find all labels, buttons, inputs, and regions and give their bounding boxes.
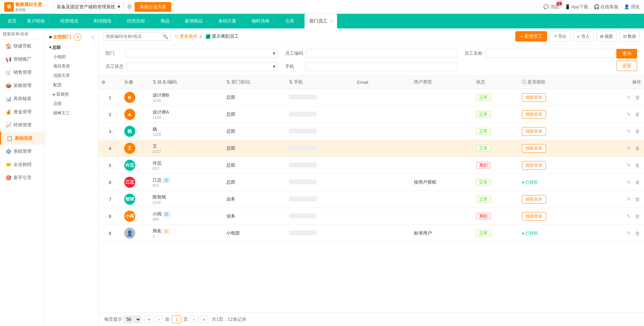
edit-btn[interactable]: ✎ (625, 111, 632, 118)
prev-page-btn[interactable]: ‹ (155, 316, 163, 323)
tab-bom[interactable]: 物料清单 × (247, 14, 279, 28)
dept-node-zhishu[interactable]: 植树王三 (46, 108, 97, 118)
th-phone[interactable]: ⇅ 手机 (286, 76, 354, 89)
sidebar-search-input[interactable] (3, 32, 45, 36)
sidebar-item-basic[interactable]: 📋 基础信息 (0, 132, 45, 145)
delete-btn[interactable]: 🗑 (634, 162, 641, 169)
dept-node-xiaodianbu[interactable]: 小电部 (46, 52, 97, 62)
cell-phone (286, 174, 354, 191)
dept-collapse-btn[interactable]: ◁ (91, 35, 94, 39)
first-page-btn[interactable]: « (145, 316, 153, 323)
delete-btn[interactable]: 🗑 (634, 128, 641, 135)
sidebar-item-operation[interactable]: 📈 经营管理 (0, 118, 45, 132)
online-service[interactable]: 🎧 在线客服 (594, 4, 619, 10)
dept-add-btn[interactable]: ✎ (74, 33, 81, 41)
message-icon[interactable]: 💬 消息 6 (543, 4, 559, 10)
show-resigned-checkbox[interactable]: 显示离职员工 (206, 33, 239, 39)
tab-operation[interactable]: 经营情况 × (55, 14, 88, 28)
dept-node-shuangzuoxiang[interactable]: ▸ 双座想 (46, 90, 97, 99)
dept-filter-select[interactable]: ▾ (126, 49, 278, 58)
auth-btn[interactable]: 授权登录 (522, 195, 546, 204)
sidebar-item-finance[interactable]: 💰 资金管理 (0, 105, 45, 118)
view-btn[interactable]: ⊞ 视图 (596, 32, 617, 42)
empcode-filter-input[interactable] (306, 49, 458, 58)
query-btn[interactable]: 查询 (616, 49, 637, 59)
tab-add-goods[interactable]: 新增商品 × (180, 14, 212, 28)
th-setting[interactable]: ⚙ (99, 76, 121, 89)
th-dept[interactable]: ⇅ 部门/职位 (224, 76, 286, 89)
next-page-btn[interactable]: › (190, 316, 198, 323)
system-title-select[interactable]: 装备及固定资产辅助管理系统 ▼ (54, 3, 124, 11)
settings-icon[interactable]: ⚙ (127, 3, 132, 10)
reset-btn[interactable]: 设置 (616, 61, 637, 71)
tab-home[interactable]: 首页 (3, 14, 21, 28)
empname-filter-input[interactable] (485, 49, 637, 58)
edit-btn[interactable]: ✎ (625, 196, 632, 203)
tab-goods[interactable]: 商品 × (156, 14, 179, 28)
auth-btn[interactable]: 授权登录 (522, 161, 546, 170)
delete-btn[interactable]: 🗑 (634, 196, 641, 203)
app-download[interactable]: 📱 App下载 (565, 4, 588, 10)
sidebar-item-guide[interactable]: 🎯 新手引导 (0, 171, 45, 184)
sidebar-search[interactable]: 🔍 (0, 28, 45, 39)
dept-node-zongbu[interactable]: ▾ 总部 (46, 43, 97, 52)
delete-btn[interactable]: 🗑 (634, 230, 641, 237)
all-dept-label[interactable]: ■ 全部部门 (49, 34, 71, 40)
edit-btn[interactable]: ✎ (625, 94, 632, 101)
cell-status: 正常 (473, 106, 519, 123)
add-employee-btn[interactable]: + 新增员工 (515, 31, 547, 42)
import-btn[interactable]: ↙ 导入 (573, 32, 593, 42)
tab-profit[interactable]: 利润报告 × (89, 14, 121, 28)
edit-btn[interactable]: ✎ (625, 145, 632, 152)
sidebar-item-enterprise[interactable]: 🤝 企业协同 (0, 158, 45, 171)
sidebar-item-purchase[interactable]: 📦 采购管理 (0, 79, 45, 92)
empstatus-filter-select[interactable]: ▾ (126, 62, 278, 71)
dept-node-peihuo[interactable]: 配货 (46, 80, 97, 90)
th-name[interactable]: ⇅ 姓名/编码 (150, 76, 224, 89)
per-page-select[interactable]: 50 20 100 (124, 316, 141, 323)
edit-btn[interactable]: ✎ (625, 179, 632, 186)
delete-btn[interactable]: 🗑 (634, 213, 641, 220)
status-badge: 正常 (476, 230, 491, 237)
delete-btn[interactable]: 🗑 (634, 94, 641, 101)
current-page[interactable]: 1 (172, 316, 182, 323)
edit-btn[interactable]: ✎ (625, 230, 632, 237)
auth-btn[interactable]: 授权登录 (522, 212, 546, 221)
tab-warehouse[interactable]: 仓库 × (280, 14, 304, 28)
tab-history[interactable]: 经营历程 × (122, 14, 155, 28)
dept-node-xiangmukufang[interactable]: 项目库房 (46, 62, 97, 71)
cell-name: 江总部 015 (150, 174, 224, 191)
phone-filter-input[interactable] (305, 62, 458, 71)
search-input-wrap[interactable]: 🔍 (103, 32, 171, 41)
more-conditions-btn[interactable]: ▽ 更多条件 ∧ (175, 33, 202, 39)
search-input[interactable] (106, 34, 161, 39)
sidebar-item-system[interactable]: ⚙️ 系统管理 (0, 145, 45, 158)
sidebar-item-sales[interactable]: 🛒 销售管理 (0, 66, 45, 79)
data-btn[interactable]: ⊟ 数据 (619, 32, 640, 42)
dept-node-zongbu2[interactable]: 总部 (46, 99, 97, 108)
auth-btn[interactable]: 授权登录 (522, 93, 546, 102)
dept-node-shenyang[interactable]: 沈阳大库 (46, 71, 97, 80)
tab-barcode[interactable]: 条码方案 × (214, 14, 246, 28)
cell-auth: 授权登录 (519, 208, 599, 225)
delete-btn[interactable]: 🗑 (634, 145, 641, 152)
auth-btn[interactable]: 授权登录 (522, 110, 546, 119)
edit-btn[interactable]: ✎ (625, 162, 632, 169)
user-menu[interactable]: 👤 用友 (624, 4, 640, 10)
filter-dept-row: 部门 ▾ (106, 49, 278, 58)
export-btn[interactable]: ↗ 导出 (550, 32, 570, 42)
auth-btn[interactable]: 授权登录 (522, 144, 546, 153)
sidebar-item-quick-nav[interactable]: 🏠 快捷导航 (0, 39, 45, 53)
trial-btn[interactable]: 体验行业方案 (135, 2, 171, 12)
tab-employees[interactable]: 部门员工 × (305, 14, 337, 28)
last-page-btn[interactable]: » (200, 316, 208, 323)
edit-btn[interactable]: ✎ (625, 213, 632, 220)
delete-btn[interactable]: 🗑 (634, 111, 641, 118)
edit-btn[interactable]: ✎ (625, 128, 632, 135)
sidebar-item-inventory[interactable]: 📊 库存核算 (0, 92, 45, 105)
cell-email (354, 89, 411, 106)
tab-customer[interactable]: 客户联络 × (22, 14, 55, 28)
auth-btn[interactable]: 授权登录 (522, 127, 546, 136)
delete-btn[interactable]: 🗑 (634, 179, 641, 186)
sidebar-item-marketing[interactable]: 📢 营销推广 (0, 53, 45, 66)
